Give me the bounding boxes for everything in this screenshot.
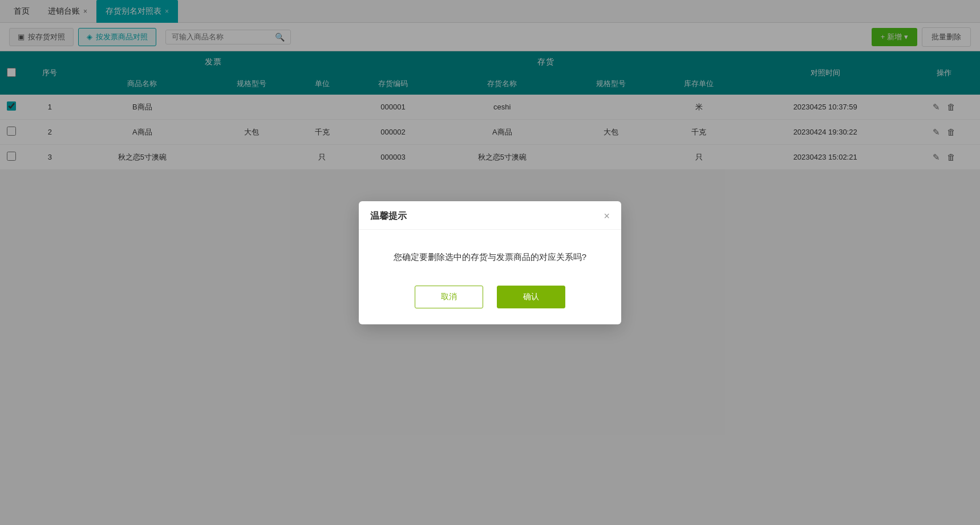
modal-body: 您确定要删除选中的存货与发票商品的对应关系吗?: [359, 230, 621, 280]
modal-dialog: 温馨提示 × 您确定要删除选中的存货与发票商品的对应关系吗? 取消 确认: [359, 201, 621, 324]
modal-title: 温馨提示: [370, 210, 407, 222]
modal-footer: 取消 确认: [359, 280, 621, 324]
modal-confirm-button[interactable]: 确认: [497, 286, 565, 308]
modal-cancel-button[interactable]: 取消: [415, 286, 483, 308]
modal-overlay: 温馨提示 × 您确定要删除选中的存货与发票商品的对应关系吗? 取消 确认: [0, 0, 980, 525]
modal-close-button[interactable]: ×: [604, 211, 610, 221]
modal-header: 温馨提示 ×: [359, 201, 621, 230]
modal-message: 您确定要删除选中的存货与发票商品的对应关系吗?: [394, 252, 586, 262]
